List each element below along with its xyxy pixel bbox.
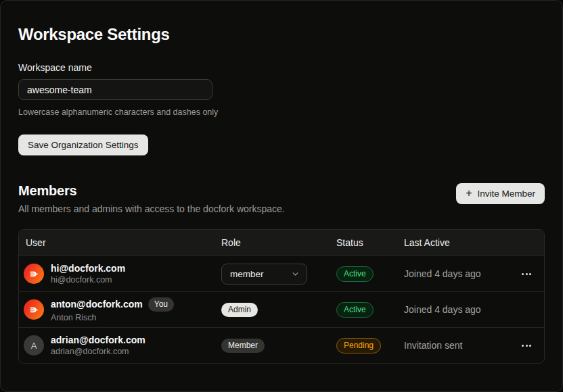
role-select-value: member: [230, 269, 264, 279]
more-actions-button[interactable]: [517, 336, 536, 355]
chevron-down-icon: [291, 270, 300, 278]
letter-avatar: A: [24, 335, 44, 356]
role-badge-member: Member: [221, 339, 265, 353]
status-badge-pending: Pending: [336, 338, 381, 353]
column-header-status: Status: [330, 237, 397, 248]
member-full-name: Anton Risch: [51, 313, 174, 322]
table-row: A adrian@docfork.com adrian@docfork.com …: [19, 327, 544, 363]
fork-icon: [28, 304, 40, 316]
member-sub-email: hi@docfork.com: [51, 275, 125, 285]
member-sub-email: adrian@docfork.com: [51, 347, 145, 356]
more-actions-button[interactable]: [517, 264, 536, 283]
docfork-logo-avatar: [24, 299, 44, 320]
workspace-name-input[interactable]: [18, 79, 212, 100]
column-header-role: Role: [215, 237, 330, 248]
you-badge: You: [148, 297, 174, 312]
plus-icon: +: [466, 188, 472, 199]
invite-member-button[interactable]: + Invite Member: [456, 183, 545, 204]
column-header-last-active: Last Active: [397, 237, 510, 248]
members-header-text: Members All members and admins with acce…: [18, 183, 285, 214]
workspace-name-label: Workspace name: [18, 62, 545, 73]
page-title: Workspace Settings: [18, 25, 545, 44]
column-header-user: User: [19, 237, 215, 248]
last-active-text: Joined 4 days ago: [397, 304, 510, 315]
table-header-row: User Role Status Last Active: [19, 230, 544, 255]
role-badge-admin: Admin: [221, 303, 258, 317]
member-email: adrian@docfork.com: [51, 335, 145, 345]
user-cell: hi@docfork.com hi@docfork.com: [19, 263, 215, 285]
last-active-text: Joined 4 days ago: [397, 268, 510, 279]
workspace-name-helper: Lowercase alphanumeric characters and da…: [18, 107, 545, 117]
table-row: hi@docfork.com hi@docfork.com member Act…: [19, 255, 544, 291]
members-title: Members: [18, 183, 285, 199]
invite-member-label: Invite Member: [477, 189, 535, 199]
members-header: Members All members and admins with acce…: [18, 183, 545, 214]
fork-icon: [28, 268, 40, 280]
member-email: anton@docfork.com: [51, 299, 143, 310]
save-organization-settings-button[interactable]: Save Organization Settings: [18, 134, 148, 155]
status-badge-active: Active: [336, 266, 374, 282]
table-row: anton@docfork.com You Anton Risch Admin …: [19, 291, 544, 327]
last-active-text: Invitation sent: [397, 340, 510, 351]
ellipsis-icon: [522, 273, 524, 275]
status-badge-active: Active: [336, 302, 374, 318]
role-select[interactable]: member: [221, 264, 307, 285]
docfork-logo-avatar: [24, 264, 44, 284]
members-table: User Role Status Last Active hi@docfork.…: [18, 229, 545, 364]
member-email: hi@docfork.com: [51, 263, 125, 274]
user-cell: anton@docfork.com You Anton Risch: [19, 297, 215, 322]
user-cell: A adrian@docfork.com adrian@docfork.com: [19, 335, 215, 356]
workspace-settings-page: Workspace Settings Workspace name Lowerc…: [0, 0, 563, 392]
members-subtitle: All members and admins with access to th…: [18, 203, 285, 214]
ellipsis-icon: [522, 345, 524, 347]
